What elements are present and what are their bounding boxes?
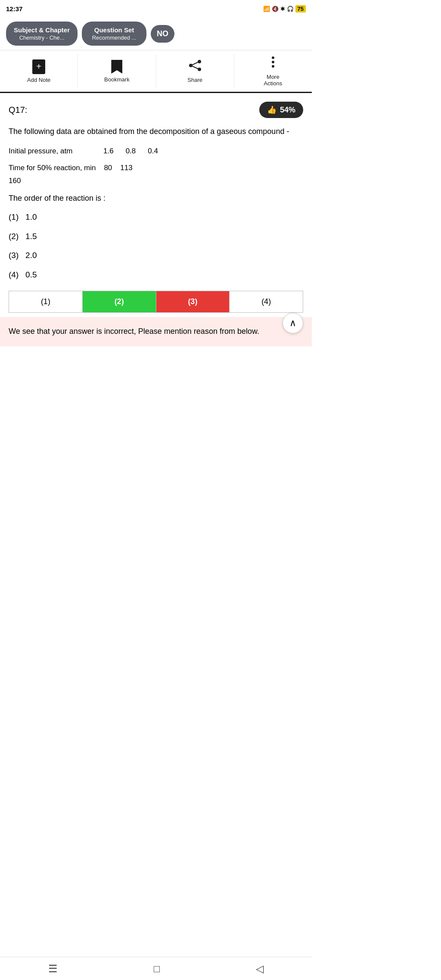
options-list: (1) 1.0 (2) 1.5 (3) 2.0 (4) 0.5 — [9, 212, 303, 280]
answer-btn-4[interactable]: (4) — [230, 291, 303, 312]
reaction-order-text: The order of the reaction is : — [9, 194, 303, 203]
nav-back-icon[interactable]: ◁ — [256, 963, 264, 975]
bookmark-label: Bookmark — [104, 76, 130, 83]
status-bar: 12:37 📶 🔇 ✱ 🎧 75 — [0, 0, 312, 17]
option-1: (1) 1.0 — [9, 212, 303, 223]
option-3-value: 2.0 — [25, 251, 37, 260]
scroll-up-button[interactable]: ∧ — [283, 313, 303, 333]
pressure-val-1: 1.6 — [103, 145, 114, 158]
add-note-icon — [32, 59, 45, 74]
answer-btn-3[interactable]: (3) — [156, 291, 230, 312]
question-header: Q17: 👍 54% — [9, 102, 303, 118]
question-number: Q17: — [9, 105, 27, 115]
question-set-label: Question Set — [94, 26, 134, 34]
pressure-values: 1.6 0.8 0.4 — [103, 145, 158, 158]
svg-line-4 — [191, 65, 199, 69]
status-time: 12:37 — [6, 5, 22, 12]
option-1-value: 1.0 — [25, 212, 37, 221]
empty-space — [0, 346, 312, 648]
subject-chapter-btn[interactable]: Subject & Chapter Chemistry - Che... — [6, 22, 78, 46]
battery-level: 75 — [295, 5, 306, 12]
time-val-2: 113 — [120, 164, 132, 172]
share-label: Share — [187, 77, 202, 83]
top-pills-row: Subject & Chapter Chemistry - Che... Que… — [0, 17, 312, 50]
pressure-val-3: 0.4 — [148, 145, 158, 158]
nav-home-icon[interactable]: □ — [154, 963, 160, 975]
time-val-3: 160 — [9, 177, 21, 185]
subject-chapter-label: Subject & Chapter — [14, 26, 70, 34]
answer-btn-2[interactable]: (2) — [83, 291, 156, 312]
more-actions-toolbar-item[interactable]: MoreActions — [234, 50, 312, 92]
add-note-label: Add Note — [27, 77, 50, 83]
question-set-value: Recommended ... — [90, 34, 139, 42]
rating-badge: 👍 54% — [259, 102, 303, 118]
mute-icon: 🔇 — [272, 6, 279, 12]
subject-chapter-value: Chemistry - Che... — [14, 34, 70, 42]
option-4: (4) 0.5 — [9, 269, 303, 281]
option-2: (2) 1.5 — [9, 231, 303, 243]
option-3: (3) 2.0 — [9, 250, 303, 261]
question-text: The following data are obtained from the… — [9, 126, 303, 138]
option-4-value: 0.5 — [25, 270, 37, 279]
time-label: Time for 50% reaction, min 80 113 160 — [9, 162, 133, 188]
share-toolbar-item[interactable]: Share — [156, 54, 234, 88]
bookmark-icon — [111, 60, 122, 74]
data-row-time: Time for 50% reaction, min 80 113 160 — [9, 162, 303, 188]
headphone-icon: 🎧 — [287, 6, 294, 12]
option-1-number: (1) — [9, 212, 19, 221]
page-wrapper: 12:37 📶 🔇 ✱ 🎧 75 Subject & Chapter Chemi… — [0, 0, 312, 671]
share-icon — [188, 59, 202, 74]
answer-selection-row: (1) (2) (3) (4) — [9, 291, 303, 313]
nav-menu-icon[interactable]: ☰ — [48, 963, 58, 975]
bookmark-toolbar-item[interactable]: Bookmark — [78, 55, 156, 88]
more-actions-icon — [271, 56, 275, 71]
pressure-label: Initial pressure, atm — [9, 145, 103, 158]
pressure-val-2: 0.8 — [126, 145, 136, 158]
question-set-btn[interactable]: Question Set Recommended ... — [82, 22, 146, 46]
svg-point-6 — [272, 61, 274, 63]
add-note-toolbar-item[interactable]: Add Note — [0, 54, 78, 88]
option-2-value: 1.5 — [25, 232, 37, 241]
no-btn[interactable]: NO — [151, 25, 174, 43]
status-right: 📶 🔇 ✱ 🎧 75 — [263, 5, 306, 12]
option-2-number: (2) — [9, 232, 19, 241]
answer-btn-1[interactable]: (1) — [9, 291, 83, 312]
thumbs-up-icon: 👍 — [267, 105, 276, 115]
more-actions-label: MoreActions — [264, 74, 283, 87]
time-val-1: 80 — [104, 164, 112, 172]
incorrect-notice: We see that your answer is incorrect, Pl… — [0, 317, 312, 346]
toolbar: Add Note Bookmark Share — [0, 50, 312, 93]
svg-point-7 — [272, 65, 274, 68]
incorrect-section: We see that your answer is incorrect, Pl… — [0, 317, 312, 346]
svg-point-5 — [272, 56, 274, 59]
data-table: Initial pressure, atm 1.6 0.8 0.4 Time f… — [9, 145, 303, 188]
signal-icon: 📶 — [263, 6, 270, 12]
svg-line-3 — [191, 62, 199, 65]
data-row-pressure: Initial pressure, atm 1.6 0.8 0.4 — [9, 145, 303, 158]
option-3-number: (3) — [9, 251, 19, 260]
incorrect-notice-text: We see that your answer is incorrect, Pl… — [9, 326, 303, 338]
option-4-number: (4) — [9, 270, 19, 279]
bluetooth-icon: ✱ — [280, 6, 285, 12]
question-area: Q17: 👍 54% The following data are obtain… — [0, 93, 312, 317]
nav-bar: ☰ □ ◁ — [0, 957, 312, 980]
rating-percent: 54% — [280, 106, 295, 115]
